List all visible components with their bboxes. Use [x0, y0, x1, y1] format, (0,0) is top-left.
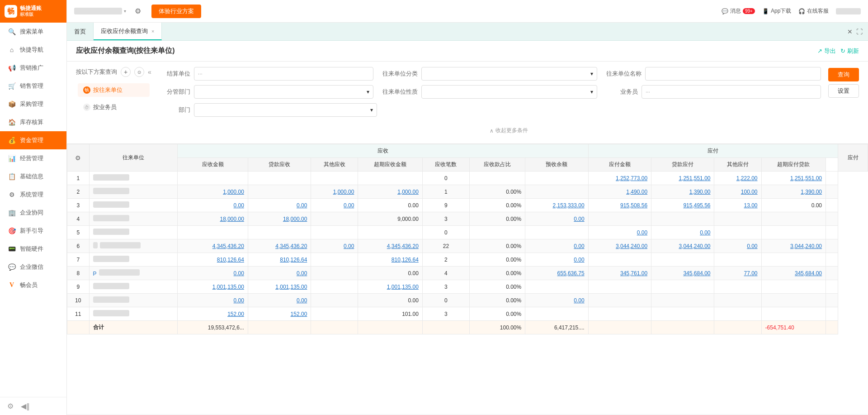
tab-current[interactable]: 应收应付余额查询 ×: [94, 23, 162, 40]
collapse-up-icon: ∧: [490, 128, 494, 134]
refresh-button[interactable]: ↻ 刷新: [840, 47, 859, 55]
dept-select[interactable]: ▾: [194, 103, 377, 117]
table-footer-row: 合计 19,553,472,6... 100.00% 6,417,215....…: [67, 321, 868, 334]
collapse-bar[interactable]: ∧ 收起更多条件: [159, 123, 859, 138]
filter-section: 按以下方案查询 + ⊙ « 畅 按往来单位 ⏱ 按业务员: [67, 62, 868, 144]
member-icon: V: [7, 281, 16, 290]
sidebar-item-corp[interactable]: 🏢 企业协同: [0, 204, 66, 222]
guide-icon: 🎯: [7, 226, 16, 235]
inventory-icon: 🏠: [7, 118, 16, 127]
sidebar-item-finance[interactable]: 💰 资金管理: [0, 131, 66, 149]
partner-name-input[interactable]: [645, 67, 821, 81]
sidebar-item-hardware[interactable]: 📟 智能硬件: [0, 240, 66, 258]
filter-scheme-by-partner[interactable]: 畅 按往来单位: [78, 83, 150, 97]
refresh-label: 刷新: [847, 47, 859, 55]
sidebar-item-quicknav[interactable]: ⌂ 快捷导航: [0, 41, 66, 59]
settings-button[interactable]: 设置: [828, 84, 859, 98]
purchase-icon: 📦: [7, 100, 16, 109]
col-settings[interactable]: ⚙: [67, 144, 90, 172]
filter-group-partner-name: 往来单位名称: [606, 67, 821, 81]
trial-button[interactable]: 体验行业方案: [151, 5, 201, 18]
tab-expand-icon[interactable]: ⛶: [856, 28, 863, 35]
salesman-label: 业务员: [606, 88, 638, 96]
dept-charge-arrow: ▾: [367, 89, 369, 95]
search-icon: 🔍: [7, 27, 16, 36]
username: Rit: [836, 8, 861, 14]
dept-charge-select[interactable]: ▾: [194, 85, 373, 99]
user-info[interactable]: Rit: [836, 8, 861, 14]
table-row: 11 152.00 152.00 101.00 3 0.00%: [67, 307, 868, 321]
table-row: 7 810,126.64 810,126.64 810,126.64 2 0.0…: [67, 253, 868, 267]
sidebar-label-hardware: 智能硬件: [20, 245, 43, 253]
sidebar-settings-icon[interactable]: ⚙: [7, 402, 14, 410]
table-row: 1 0 1,252,773.00 1,251,551.00 1,222.00 1…: [67, 172, 868, 185]
sidebar-collapse-icon[interactable]: ◀‖: [21, 402, 30, 410]
col-recv-ratio: 应收款占比: [469, 158, 525, 172]
filter-group-settlement: 结算单位 ···: [159, 67, 373, 81]
table-row: 10 0.00 0.00 0.00 0 0.00% 0.00: [67, 294, 868, 307]
sidebar-item-wechat[interactable]: 💬 企业微信: [0, 258, 66, 276]
online-service-button[interactable]: 🎧 在线客服: [798, 7, 829, 15]
sidebar-label-base: 基础信息: [20, 172, 43, 181]
sidebar-item-sales[interactable]: 🛒 销售管理: [0, 77, 66, 95]
sidebar-item-marketing[interactable]: 📢 营销推广: [0, 59, 66, 77]
col-loan-pay: 贷款应付: [651, 158, 714, 172]
sidebar-label-inventory: 库存核算: [20, 118, 43, 126]
col-other-pay: 其他应付: [714, 158, 761, 172]
sidebar-item-operations[interactable]: 📊 经营管理: [0, 149, 66, 167]
sidebar-item-purchase[interactable]: 📦 采购管理: [0, 95, 66, 113]
col-group-receivable: 应收: [178, 144, 588, 158]
col-recv-amt: 应收金额: [178, 158, 248, 172]
breadcrumb-text: [74, 8, 122, 14]
tab-close-all-icon[interactable]: ✕: [847, 28, 853, 35]
filter-add-button[interactable]: +: [121, 67, 131, 77]
col-group-payable: 应付: [588, 144, 838, 158]
settlement-unit-input[interactable]: ···: [194, 67, 373, 81]
query-button[interactable]: 查询: [828, 68, 859, 81]
sidebar-item-inventory[interactable]: 🏠 库存核算: [0, 113, 66, 131]
sidebar-label-wechat: 企业微信: [20, 263, 43, 271]
sidebar-item-system[interactable]: ⚙ 系统管理: [0, 186, 66, 204]
header-gear-button[interactable]: ⚙: [132, 5, 144, 18]
message-button[interactable]: 💬 消息 99+: [722, 7, 755, 15]
message-badge: 99+: [743, 8, 755, 14]
sidebar-bottom: ⚙ ◀‖: [0, 397, 66, 415]
logo-version: 标准版: [20, 11, 42, 18]
sales-icon: 🛒: [7, 81, 16, 91]
home-icon: ⌂: [7, 45, 16, 54]
partner-category-select[interactable]: ▾: [421, 67, 597, 81]
tab-home[interactable]: 首页: [67, 23, 94, 40]
app-icon: 📱: [762, 8, 769, 14]
sidebar-item-base[interactable]: 📋 基础信息: [0, 167, 66, 186]
filter-main-area: 按以下方案查询 + ⊙ « 畅 按往来单位 ⏱ 按业务员: [76, 67, 859, 138]
tab-current-label: 应收应付余额查询: [101, 27, 148, 35]
app-download-button[interactable]: 📱 App下载: [762, 7, 791, 15]
table-settings-icon[interactable]: ⚙: [75, 154, 81, 162]
salesman-input[interactable]: ···: [642, 85, 821, 99]
sidebar-item-search[interactable]: 🔍 搜索菜单: [0, 23, 66, 41]
filter-scheme-button[interactable]: ⊙: [134, 67, 144, 77]
header-right: 💬 消息 99+ 📱 App下载 🎧 在线客服 Rit: [722, 7, 861, 15]
sidebar-item-guide[interactable]: 🎯 新手引导: [0, 222, 66, 240]
dept-charge-label: 分管部门: [159, 88, 190, 96]
page-actions: ↗ 导出 ↻ 刷新: [817, 47, 859, 55]
scheme-by-partner-label: 按往来单位: [93, 86, 123, 94]
sidebar-item-member[interactable]: V 畅会员: [0, 276, 66, 294]
sidebar-logo: 畅 畅捷通账 标准版: [0, 0, 66, 23]
tab-close-icon[interactable]: ×: [151, 29, 154, 34]
query-buttons: 查询 设置: [828, 67, 859, 98]
sidebar-label-sales: 销售管理: [20, 82, 43, 90]
footer-adv-total: 6,417,215....: [525, 321, 588, 334]
page-header: 应收应付余额查询(按往来单位) ↗ 导出 ↻ 刷新: [67, 41, 868, 62]
sidebar-label-search: 搜索菜单: [20, 28, 43, 36]
logo-title: 畅捷通账: [20, 5, 42, 11]
filter-scheme-by-salesman[interactable]: ⏱ 按业务员: [78, 100, 150, 114]
marketing-icon: 📢: [7, 63, 16, 72]
export-icon: ↗: [817, 48, 822, 54]
filter-collapse-button[interactable]: «: [148, 68, 151, 76]
table-row: 3 0.00 0.00 0.00 0.00 9 0.00% 2,153,333.…: [67, 199, 868, 212]
export-button[interactable]: ↗ 导出: [817, 47, 836, 55]
sidebar-label-marketing: 营销推广: [20, 64, 43, 72]
partner-nature-select[interactable]: ▾: [421, 85, 597, 99]
col-overdue-recv: 超期应收金额: [358, 158, 423, 172]
